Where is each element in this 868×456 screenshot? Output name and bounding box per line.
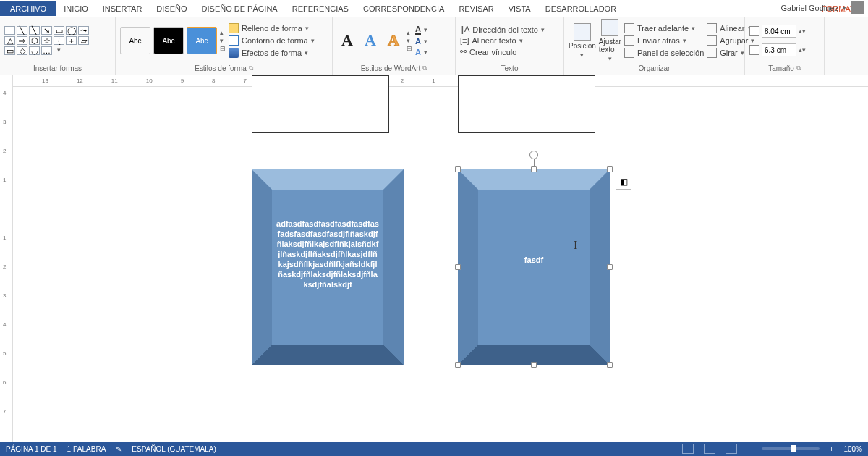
tab-inicio[interactable]: INICIO: [56, 1, 95, 16]
tab-file[interactable]: ARCHIVO: [0, 1, 56, 16]
wa-scroll-down-icon[interactable]: ▾: [407, 37, 412, 44]
shape-connector-icon[interactable]: ↘: [41, 26, 52, 35]
resize-handle-n[interactable]: [531, 166, 537, 172]
shape-line2-icon[interactable]: ╲: [29, 26, 40, 35]
shape-textbox-icon[interactable]: [4, 26, 15, 35]
shape-plus-icon[interactable]: ＋: [66, 36, 77, 45]
shape-arrow-icon[interactable]: ⇨: [17, 36, 27, 45]
resize-handle-e[interactable]: [607, 264, 613, 270]
tab-correspondencia[interactable]: CORRESPONDENCIA: [356, 1, 451, 16]
zoom-thumb[interactable]: [791, 445, 796, 452]
shape-effects-button[interactable]: Efectos de forma▾: [229, 48, 315, 58]
bevel-shape-1[interactable]: adfasdfasdfasdfasdfasdfasfadsfasdfasdfas…: [252, 169, 404, 365]
resize-handle-ne[interactable]: [607, 166, 613, 172]
rotation-handle[interactable]: [529, 151, 538, 159]
word-count[interactable]: 1 PALABRA: [67, 445, 106, 453]
language-indicator[interactable]: ESPAÑOL (GUATEMALA): [132, 445, 216, 453]
shape-arc-icon[interactable]: ◡: [29, 46, 40, 55]
position-button[interactable]: Posición▾: [569, 23, 596, 59]
height-input[interactable]: [762, 25, 796, 38]
shape-oval-icon[interactable]: ◯: [66, 26, 77, 35]
shape-callout-icon[interactable]: ▱: [78, 36, 89, 45]
shape-style-3-selected[interactable]: Abc: [187, 27, 217, 54]
ribbon-tabs: ARCHIVO INICIO INSERTAR DISEÑO DISEÑO DE…: [0, 0, 868, 17]
wordart-style-2[interactable]: A: [360, 30, 380, 51]
create-link-button[interactable]: ⚯Crear vínculo: [460, 47, 545, 56]
bevel-shape-2-selected[interactable]: fasdf ◧ I: [458, 169, 610, 365]
shapes-more-chevron-icon[interactable]: ▾: [54, 46, 64, 55]
size-launcher-icon[interactable]: ⧉: [796, 64, 801, 72]
send-backward-button[interactable]: Enviar atrás▾: [624, 35, 704, 46]
zoom-in-button[interactable]: +: [830, 445, 834, 453]
styles-scroll-up-icon[interactable]: ▴: [220, 29, 226, 36]
shape-outline-button[interactable]: Contorno de forma▾: [229, 35, 315, 46]
view-web-icon[interactable]: [726, 444, 737, 454]
tab-diseno-pagina[interactable]: DISEÑO DE PÁGINA: [195, 1, 285, 16]
shape-diamond-icon[interactable]: ◇: [17, 46, 27, 55]
styles-more-icon[interactable]: ⊟: [220, 45, 226, 52]
resize-handle-s[interactable]: [531, 362, 537, 368]
zoom-slider[interactable]: [762, 447, 820, 450]
resize-handle-sw[interactable]: [455, 362, 461, 368]
shape-flow-icon[interactable]: ▭: [4, 46, 15, 55]
resize-handle-w[interactable]: [455, 264, 461, 270]
tab-desarrollador[interactable]: DESARROLLADOR: [538, 1, 624, 16]
height-stepper[interactable]: ▴▾: [799, 28, 806, 35]
text-fill-button[interactable]: A▾: [415, 25, 427, 35]
shape-star-icon[interactable]: ☆: [41, 36, 52, 45]
shape-style-1[interactable]: Abc: [120, 27, 150, 54]
shape-hex-icon[interactable]: ⬡: [29, 36, 40, 45]
bevel-2-text[interactable]: fasdf: [478, 190, 590, 345]
shape-fill-button[interactable]: Relleno de forma▾: [229, 23, 315, 33]
text-outline-button[interactable]: A▾: [415, 37, 427, 46]
shape-curve-icon[interactable]: ⤳: [78, 26, 89, 35]
page-indicator[interactable]: PÁGINA 1 DE 1: [6, 445, 57, 453]
shape-brace-icon[interactable]: {: [54, 36, 64, 45]
zoom-level[interactable]: 100%: [843, 445, 862, 453]
wrap-icon: [601, 19, 618, 36]
view-read-icon[interactable]: [682, 444, 694, 454]
zoom-out-button[interactable]: −: [747, 445, 752, 453]
layout-options-icon: ◧: [620, 177, 628, 187]
wordart-launcher-icon[interactable]: ⧉: [422, 64, 427, 72]
tab-diseno[interactable]: DISEÑO: [149, 1, 194, 16]
selection-pane-button[interactable]: Panel de selección: [624, 48, 704, 58]
shape-rect-icon[interactable]: ▭: [54, 26, 64, 35]
shape-triangle-icon[interactable]: △: [4, 36, 15, 45]
horizontal-ruler[interactable]: 13 12 11 10 9 8 7 6 5 4 3 2 1 1 2 3: [13, 75, 868, 87]
group-label-styles: Estilos de forma: [195, 64, 247, 72]
tab-vista[interactable]: VISTA: [501, 1, 538, 16]
align-text-button[interactable]: [≡]Alinear texto▾: [460, 36, 545, 45]
styles-launcher-icon[interactable]: ⧉: [249, 64, 253, 72]
tab-revisar[interactable]: REVISAR: [451, 1, 501, 16]
resize-handle-se[interactable]: [607, 362, 613, 368]
wa-scroll-up-icon[interactable]: ▴: [407, 29, 412, 36]
tab-referencias[interactable]: REFERENCIAS: [285, 1, 356, 16]
width-input[interactable]: [762, 43, 796, 56]
bevel-1-text[interactable]: adfasdfasdfasdfasdfasdfasfadsfasdfasdfas…: [272, 190, 383, 345]
text-direction-button[interactable]: ‖ADirección del texto▾: [460, 25, 545, 34]
view-print-icon[interactable]: [704, 444, 715, 454]
bring-forward-button[interactable]: Traer adelante▾: [624, 23, 704, 33]
wordart-style-1[interactable]: A: [337, 30, 357, 51]
width-stepper[interactable]: ▴▾: [799, 46, 806, 54]
layout-options-button[interactable]: ◧: [616, 174, 631, 190]
shape-line-icon[interactable]: ╲: [17, 26, 27, 35]
text-box-2[interactable]: [458, 75, 595, 133]
proofing-icon[interactable]: ✎: [116, 445, 122, 453]
wrap-text-button[interactable]: Ajustar texto▾: [599, 19, 621, 62]
wa-more-icon[interactable]: ⊟: [407, 45, 412, 52]
text-effects-button[interactable]: A▾: [415, 48, 427, 56]
shapes-gallery[interactable]: ╲ ╲ ↘ ▭ ◯ ⤳ △ ⇨ ⬡ ☆ { ＋ ▱ ▭: [4, 26, 89, 55]
avatar[interactable]: [851, 1, 864, 14]
user-area[interactable]: Gabriel Godinez ▾: [781, 1, 864, 14]
vertical-ruler[interactable]: 4 3 2 1 1 2 3 4 5 6 7: [0, 75, 13, 442]
styles-scroll-down-icon[interactable]: ▾: [220, 37, 226, 44]
wordart-style-3[interactable]: A: [383, 30, 404, 51]
send-backward-icon: [624, 35, 634, 46]
tab-insertar[interactable]: INSERTAR: [95, 1, 150, 16]
shape-style-2[interactable]: Abc: [153, 27, 184, 54]
resize-handle-nw[interactable]: [455, 166, 461, 172]
text-box-1[interactable]: [252, 75, 389, 133]
shape-more-icon[interactable]: …: [41, 46, 52, 55]
